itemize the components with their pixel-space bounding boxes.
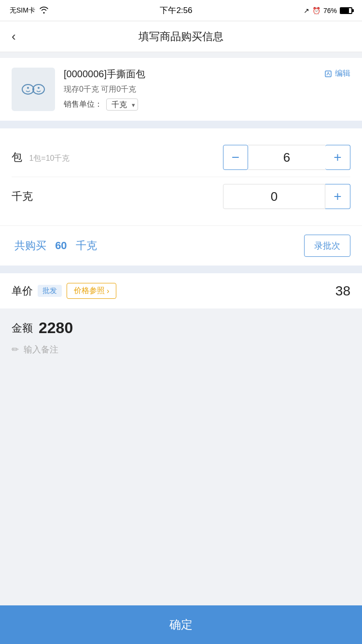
price-label: 单价 (12, 284, 33, 298)
amount-section: 金额 2280 ✏ 输入备注 (0, 308, 362, 363)
back-button[interactable]: ‹ (12, 29, 16, 44)
location-icon: ↗ (304, 7, 309, 14)
status-time: 下午2:56 (160, 5, 192, 16)
section-divider-2 (0, 266, 362, 273)
bag-quantity-row: 包 1包=10千克 − + (12, 138, 350, 177)
unit-select-wrap[interactable]: 千克 包 (106, 98, 138, 111)
product-stock: 现存0千克 可用0千克 (64, 84, 350, 95)
bag-label-group: 包 1包=10千克 (12, 150, 70, 165)
record-batch-button[interactable]: 录批次 (304, 235, 350, 257)
confirm-bar[interactable]: 确定 (0, 605, 362, 644)
status-left: 无SIM卡 (10, 6, 49, 15)
total-label: 共购买 60 千克 (12, 238, 100, 253)
price-value: 38 (335, 283, 350, 299)
price-reference-button[interactable]: 价格参照 › (67, 283, 116, 299)
nav-bar: ‹ 填写商品购买信息 (0, 21, 362, 52)
total-row: 共购买 60 千克 录批次 (0, 226, 362, 266)
svg-point-2 (27, 87, 29, 89)
price-batch-tag: 批发 (38, 285, 62, 297)
kg-label: 千克 (12, 189, 33, 204)
battery-percent: 76% (323, 7, 337, 14)
kg-quantity-input[interactable] (223, 184, 325, 209)
edit-button[interactable]: 编辑 (324, 68, 350, 79)
kg-quantity-row: 千克 + (12, 177, 350, 216)
kg-qty-control: + (223, 184, 350, 209)
pencil-icon: ✏ (12, 344, 19, 355)
alarm-icon: ⏰ (312, 7, 320, 14)
unit-select[interactable]: 千克 包 (106, 98, 138, 111)
product-name: [0000006]手撕面包 (64, 68, 145, 81)
carrier-text: 无SIM卡 (10, 6, 35, 15)
price-section: 单价 批发 价格参照 › 38 (0, 273, 362, 308)
amount-label: 金额 (12, 321, 33, 336)
remark-placeholder: 输入备注 (24, 344, 58, 355)
kg-plus-button[interactable]: + (325, 184, 350, 209)
empty-space (0, 363, 362, 508)
confirm-label: 确定 (169, 617, 193, 632)
bag-minus-button[interactable]: − (223, 145, 248, 170)
amount-row: 金额 2280 (12, 319, 350, 337)
svg-point-0 (22, 84, 34, 94)
total-amount: 60 (55, 239, 67, 252)
bag-quantity-input[interactable] (248, 145, 325, 170)
section-divider-1 (0, 121, 362, 128)
wifi-icon (39, 6, 49, 15)
status-bar: 无SIM卡 下午2:56 ↗ ⏰ 76% (0, 0, 362, 21)
page-title: 填写商品购买信息 (139, 29, 223, 44)
battery-icon (340, 7, 352, 14)
amount-value: 2280 (39, 319, 73, 337)
bag-label: 包 (12, 151, 22, 163)
status-right: ↗ ⏰ 76% (304, 7, 352, 14)
svg-point-1 (33, 84, 44, 94)
bag-plus-button[interactable]: + (325, 145, 350, 170)
price-row: 单价 批发 价格参照 › 38 (12, 283, 350, 299)
bag-hint: 1包=10千克 (29, 154, 70, 162)
bag-qty-control: − + (223, 145, 350, 170)
product-card: [0000006]手撕面包 编辑 现存0千克 可用0千克 销售单位： 千克 包 (0, 58, 362, 121)
price-left: 单价 批发 价格参照 › (12, 283, 116, 299)
remark-row[interactable]: ✏ 输入备注 (12, 344, 350, 355)
product-thumbnail (12, 68, 55, 111)
product-unit-row: 销售单位： 千克 包 (64, 98, 350, 111)
quantity-section: 包 1包=10千克 − + 千克 + (0, 128, 362, 226)
unit-label: 销售单位： (64, 99, 102, 110)
product-info: [0000006]手撕面包 编辑 现存0千克 可用0千克 销售单位： 千克 包 (64, 68, 350, 111)
svg-point-3 (38, 87, 40, 89)
